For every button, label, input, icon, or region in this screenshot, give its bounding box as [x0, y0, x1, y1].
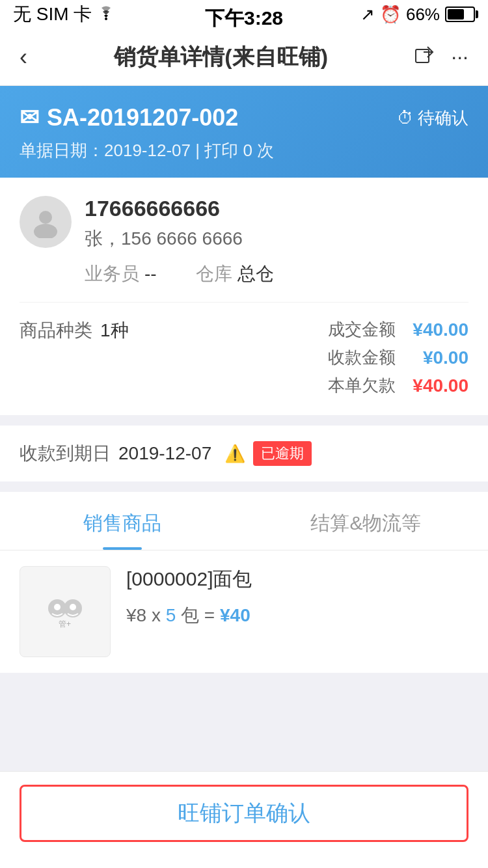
product-price: ¥8 x 5 包 = ¥40: [126, 603, 468, 628]
svg-point-8: [70, 604, 76, 610]
battery-percent: 66%: [406, 5, 440, 25]
status-clock-icon: ⏱: [397, 108, 414, 128]
time-display: 下午3:28: [205, 5, 283, 32]
alarm-icon: ⏰: [380, 5, 401, 25]
order-icon: ✉: [20, 104, 39, 131]
back-button[interactable]: ‹: [20, 44, 27, 71]
carrier-text: 无 SIM 卡: [13, 2, 92, 27]
avatar: [20, 196, 72, 248]
owed-row: 本单欠款 ¥40.00: [318, 374, 468, 397]
order-header: ✉ SA-20191207-002 ⏱ 待确认 单据日期：2019-12-07 …: [0, 86, 488, 178]
svg-point-7: [54, 604, 61, 610]
more-icon[interactable]: ···: [451, 45, 468, 69]
order-meta: 单据日期：2019-12-07 | 打印 0 次: [20, 139, 468, 162]
customer-info: 17666666666 张，156 6666 6666 业务员 -- 仓库 总仓: [85, 196, 468, 286]
amount-summary: 成交金额 ¥40.00 收款金额 ¥0.00 本单欠款 ¥40.00: [318, 318, 468, 397]
product-list: 管+ [0000002]面包 ¥8 x 5 包 = ¥40: [0, 550, 488, 673]
amount-value: ¥40.00: [403, 319, 468, 340]
tab-settlement[interactable]: 结算&物流等: [244, 492, 488, 550]
received-row: 收款金额 ¥0.00: [318, 346, 468, 369]
customer-name: 张，156 6666 6666: [85, 226, 468, 251]
status-left: 无 SIM 卡: [13, 2, 115, 27]
salesperson-value: --: [144, 264, 157, 284]
tabs-header: 销售商品 结算&物流等: [0, 492, 488, 550]
owed-label: 本单欠款: [318, 374, 396, 397]
status-right: ↗ ⏰ 66%: [360, 5, 475, 25]
product-thumb-logo: 管+: [39, 589, 91, 635]
product-unit: 包: [181, 605, 199, 625]
tab-sales[interactable]: 销售商品: [0, 492, 244, 550]
overdue-warning-icon: ⚠️: [224, 444, 245, 464]
warehouse-item: 仓库 总仓: [196, 262, 274, 286]
owed-value: ¥40.00: [403, 375, 468, 396]
svg-point-0: [105, 18, 107, 20]
salesperson-item: 业务员 --: [85, 262, 157, 286]
svg-point-4: [34, 224, 57, 238]
confirm-order-button[interactable]: 旺铺订单确认: [20, 785, 468, 842]
customer-section: 17666666666 张，156 6666 6666 业务员 -- 仓库 总仓: [20, 196, 468, 286]
order-status: ⏱ 待确认: [397, 107, 468, 129]
product-qty: 5: [166, 605, 176, 625]
product-type-value: 1种: [100, 318, 129, 343]
divider: [20, 302, 468, 303]
equals-sign: =: [204, 605, 220, 625]
product-total: ¥40: [220, 605, 251, 625]
amount-row: 成交金额 ¥40.00: [318, 318, 468, 341]
svg-point-3: [39, 211, 52, 224]
received-value: ¥0.00: [403, 347, 468, 368]
customer-phone: 17666666666: [85, 196, 468, 221]
amount-label: 成交金额: [318, 318, 396, 341]
overdue-badge: 已逾期: [253, 441, 312, 466]
share-icon[interactable]: [414, 44, 435, 70]
svg-text:管+: 管+: [59, 619, 71, 628]
product-item: 管+ [0000002]面包 ¥8 x 5 包 = ¥40: [20, 566, 468, 657]
nav-actions: ···: [414, 44, 468, 70]
price-multiply: x: [152, 605, 166, 625]
battery-icon: [445, 7, 475, 22]
status-bar: 无 SIM 卡 下午3:28 ↗ ⏰ 66%: [0, 0, 488, 29]
price-value: ¥8: [126, 605, 146, 625]
summary-section: 商品种类 1种 成交金额 ¥40.00 收款金额 ¥0.00 本单欠款 ¥40.…: [20, 318, 468, 397]
wifi-icon: [97, 4, 115, 25]
customer-card: 17666666666 张，156 6666 6666 业务员 -- 仓库 总仓…: [0, 178, 488, 415]
product-info: [0000002]面包 ¥8 x 5 包 = ¥40: [126, 566, 468, 628]
warehouse-label: 仓库: [196, 262, 232, 286]
nav-bar: ‹ 销货单详情(来自旺铺) ···: [0, 29, 488, 86]
salesperson-label: 业务员: [85, 262, 139, 286]
confirm-button-container: 旺铺订单确认: [0, 771, 488, 868]
overdue-label: 收款到期日: [20, 441, 111, 466]
product-type-label: 商品种类: [20, 318, 92, 343]
product-name: [0000002]面包: [126, 566, 468, 593]
overdue-section: 收款到期日 2019-12-07 ⚠️ 已逾期: [0, 426, 488, 481]
location-icon: ↗: [360, 5, 375, 25]
page-title: 销货单详情(来自旺铺): [114, 42, 328, 72]
tabs-section: 销售商品 结算&物流等 管+: [0, 492, 488, 673]
order-id: ✉ SA-20191207-002: [20, 104, 238, 131]
product-type: 商品种类 1种: [20, 318, 129, 343]
warehouse-value: 总仓: [237, 262, 274, 286]
product-thumbnail: 管+: [20, 566, 111, 657]
customer-meta: 业务员 -- 仓库 总仓: [85, 262, 468, 286]
received-label: 收款金额: [318, 346, 396, 369]
overdue-date: 2019-12-07: [118, 443, 211, 464]
